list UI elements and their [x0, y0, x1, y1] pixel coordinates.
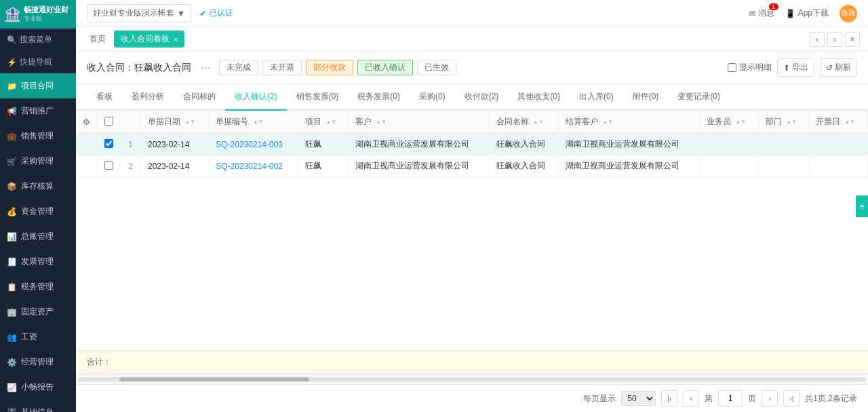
table-row[interactable]: 2 2023-02-14 SQ-20230214-002 狂飙 湖南卫视商业运营…: [76, 155, 868, 177]
row-1-customer: 湖南卫视商业运营发展有限公司: [348, 134, 489, 155]
col-settings-header[interactable]: ⚙: [76, 111, 98, 134]
app-download-label: App下载: [798, 7, 829, 19]
app-download-button[interactable]: 📱 App下载: [785, 7, 829, 19]
right-float-button[interactable]: ≡: [856, 195, 868, 217]
col-date-header[interactable]: 单据日期 ▲▼: [141, 111, 209, 134]
sidebar-item-fund[interactable]: 💰 资金管理: [0, 199, 76, 224]
home-label: 首页: [90, 34, 106, 43]
sub-tab-sales-invoice[interactable]: 销售发票(0): [287, 84, 349, 111]
col-open-date-header[interactable]: 开票日 ▲▼: [808, 111, 867, 134]
col-salesman-header[interactable]: 业务员 ▲▼: [699, 111, 758, 134]
select-all-checkbox[interactable]: [104, 117, 113, 126]
sidebar-item-label: 发票管理: [21, 256, 54, 267]
row-2-open-date: [808, 155, 867, 177]
row-1-salesman: [699, 134, 758, 155]
next-page-button[interactable]: ›: [762, 390, 778, 407]
sidebar-quick-nav[interactable]: ⚡ 快捷导航: [0, 51, 76, 73]
prev-page-button[interactable]: ‹: [683, 390, 699, 407]
sub-tab-change[interactable]: 变更记录(0): [668, 84, 730, 111]
refresh-button[interactable]: ↺ 刷新: [820, 58, 857, 77]
tab-close-button[interactable]: ×: [174, 35, 178, 43]
message-button[interactable]: ✉ 1 消息: [749, 7, 774, 19]
col-project-header[interactable]: 项目 ▲▼: [298, 111, 348, 134]
row-2-code-link[interactable]: SQ-20230214-002: [216, 162, 283, 171]
first-page-button[interactable]: |‹: [661, 390, 677, 407]
sidebar-item-invoice[interactable]: 🧾 发票管理: [0, 249, 76, 274]
col-customer-header[interactable]: 客户 ▲▼: [348, 111, 489, 134]
sub-tab-profit[interactable]: 盈利分析: [122, 84, 174, 111]
sidebar-item-label: 项目合同: [21, 80, 54, 92]
page-title: 收入合同：狂飙收入合同: [87, 62, 191, 74]
sidebar-item-inventory[interactable]: 📦 库存核算: [0, 174, 76, 199]
export-button[interactable]: ⬆ 导出: [777, 58, 814, 77]
sidebar-item-project[interactable]: 📁 项目合同: [0, 73, 76, 98]
tab-contract-board[interactable]: 收入合同看板 ×: [114, 31, 184, 48]
row-1-checkbox[interactable]: [104, 139, 113, 148]
status-not-invoiced[interactable]: 未开票: [262, 60, 302, 75]
sub-tab-tax-invoice[interactable]: 税务发票(0): [348, 84, 410, 111]
sub-tab-revenue[interactable]: 收入确认(2): [225, 84, 287, 111]
sub-tab-warehouse[interactable]: 出入库(0): [570, 84, 623, 111]
row-2-checkbox[interactable]: [104, 161, 113, 170]
sidebar-item-marketing[interactable]: 📢 营销推广: [0, 98, 76, 124]
sidebar-item-report[interactable]: 📈 小畅报告: [0, 375, 76, 400]
scrollbar-thumb[interactable]: [119, 377, 309, 381]
row-1-code-link[interactable]: SQ-20230214-003: [216, 140, 283, 149]
show-detail-checkbox[interactable]: 显示明细: [728, 62, 772, 73]
nav-prev-button[interactable]: ‹: [810, 32, 825, 47]
row-1-project: 狂飙: [298, 134, 348, 155]
sub-tab-target[interactable]: 合同标的: [174, 84, 225, 111]
page-unit: 页: [748, 393, 756, 405]
export-icon: ⬆: [783, 63, 790, 73]
user-avatar[interactable]: 珠珠: [840, 5, 857, 22]
sub-tab-payment[interactable]: 收付款(2): [455, 84, 509, 111]
status-revenue-confirmed[interactable]: 已收入确认: [357, 60, 413, 75]
col-contract-header[interactable]: 合同名称 ▲▼: [489, 111, 558, 134]
row-1-check[interactable]: [98, 134, 121, 155]
status-not-complete[interactable]: 未完成: [219, 60, 258, 75]
row-1-code[interactable]: SQ-20230214-003: [209, 134, 298, 155]
table-row[interactable]: 1 2023-02-14 SQ-20230214-003 狂飙 湖南卫视商业运营…: [76, 134, 868, 155]
per-page-select[interactable]: 20 50 100: [621, 391, 656, 406]
sub-tab-purchase[interactable]: 采购(0): [410, 84, 455, 111]
sidebar-item-hr[interactable]: 👥 工资: [0, 324, 76, 350]
more-button[interactable]: ···: [197, 62, 214, 74]
sidebar-item-base[interactable]: 🗄️ 基础信息: [0, 400, 76, 412]
row-2-check[interactable]: [98, 155, 121, 177]
row-2-dept: [758, 155, 808, 177]
user-name: 珠珠: [841, 8, 856, 18]
show-detail-input[interactable]: [728, 63, 736, 72]
sub-tab-other[interactable]: 其他收支(0): [508, 84, 570, 111]
sidebar-search[interactable]: 🔍 搜索菜单: [0, 29, 76, 51]
col-result-customer-header[interactable]: 结算客户 ▲▼: [559, 111, 700, 134]
page-input[interactable]: [718, 390, 743, 407]
tab-home[interactable]: 首页: [84, 33, 111, 45]
row-2-code[interactable]: SQ-20230214-002: [209, 155, 298, 177]
nav-next-button[interactable]: ›: [827, 32, 842, 47]
sidebar-item-fixed[interactable]: 🏢 固定资产: [0, 299, 76, 324]
tab-label: 收入合同看板: [121, 33, 170, 45]
sub-tab-kanban[interactable]: 看板: [87, 84, 122, 111]
status-partial-payment[interactable]: 部分收款: [306, 60, 353, 75]
page-label: 第: [705, 393, 713, 405]
table-area: ≡ ⚙ 单据日期 ▲▼ 单据编号 ▲▼ 项目 ▲▼ 客户 ▲▼ 合同名称 ▲▼ …: [76, 111, 868, 350]
col-dept-header[interactable]: 部门 ▲▼: [758, 111, 808, 134]
sub-tab-attachment[interactable]: 附件(0): [623, 84, 669, 111]
invoice-icon: 🧾: [7, 257, 17, 267]
col-check-header[interactable]: [98, 111, 121, 134]
last-page-button[interactable]: ›|: [783, 390, 800, 407]
sidebar-item-general[interactable]: 📊 总账管理: [0, 224, 76, 249]
nav-close-button[interactable]: ×: [845, 32, 860, 47]
sidebar-item-purchase[interactable]: 🛒 采购管理: [0, 149, 76, 174]
data-table: ⚙ 单据日期 ▲▼ 单据编号 ▲▼ 项目 ▲▼ 客户 ▲▼ 合同名称 ▲▼ 结算…: [76, 111, 868, 177]
sidebar-item-tax[interactable]: 📋 税务管理: [0, 274, 76, 299]
col-code-header[interactable]: 单据编号 ▲▼: [209, 111, 298, 134]
scrollbar-track[interactable]: [79, 377, 865, 381]
message-icon: ✉: [749, 9, 755, 18]
sort-salesman-icon: ▲▼: [735, 119, 746, 125]
sidebar-item-sales[interactable]: 💼 销售管理: [0, 124, 76, 149]
sidebar-item-ops[interactable]: ⚙️ 经营管理: [0, 350, 76, 375]
horizontal-scrollbar[interactable]: [76, 373, 868, 384]
company-selector[interactable]: 好业财专业版演示帐套 ▼: [87, 4, 191, 22]
status-effective[interactable]: 已生效: [417, 60, 456, 75]
